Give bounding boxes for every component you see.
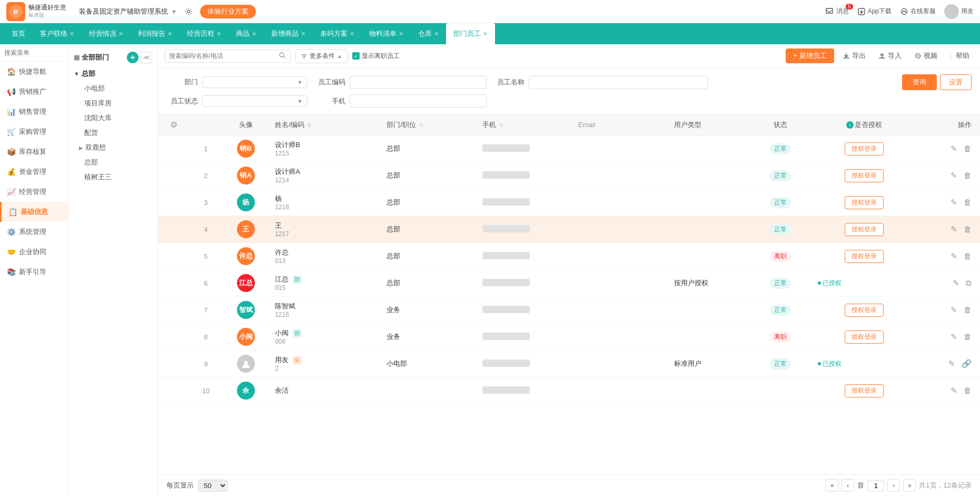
nav-tab-employees-close[interactable]: ✕ (483, 31, 488, 37)
nav-tab-history-close[interactable]: ✕ (216, 31, 221, 37)
copy-icon[interactable]: ⧉ (966, 278, 972, 287)
nav-tab-warehouse[interactable]: 仓库 ✕ (411, 23, 446, 44)
sidebar-item-finance[interactable]: 💰 资金管理 (0, 162, 68, 182)
nav-tab-profit-close[interactable]: ✕ (167, 31, 172, 37)
sidebar-item-inventory[interactable]: 📦 库存核算 (0, 142, 68, 162)
nav-tab-customer-close[interactable]: ✕ (70, 31, 74, 37)
show-dimission-wrap[interactable]: ✓ 显示离职员工 (352, 52, 400, 61)
view-btn[interactable]: 视频 (910, 49, 942, 63)
edit-icon[interactable]: ✎ (948, 359, 955, 368)
edit-icon[interactable]: ✎ (951, 144, 957, 153)
tree-node-small-elec[interactable]: 小电部 (68, 81, 157, 96)
edit-icon[interactable]: ✎ (951, 198, 957, 207)
emp-status-select[interactable]: ▼ (202, 95, 308, 107)
auth-button[interactable]: 授权登录 (845, 169, 884, 182)
name-sort-icon[interactable]: ⇅ (307, 122, 311, 128)
system-title-arrow[interactable]: ▼ (171, 8, 177, 15)
export-btn[interactable]: 导出 (838, 49, 870, 63)
app-download-item[interactable]: App下载 (857, 7, 892, 16)
nav-tab-employees[interactable]: 部门员工 ✕ (446, 23, 495, 44)
trial-button[interactable]: 体验行业方案 (200, 5, 256, 18)
emp-code-input[interactable] (350, 76, 487, 89)
tree-node-parent-root[interactable]: ▼ 总部 (68, 66, 157, 81)
nav-tab-bom[interactable]: 物料清单 ✕ (362, 23, 411, 44)
nav-tab-customer[interactable]: 客户联络 ✕ (33, 23, 82, 44)
message-item[interactable]: 消息 6 (825, 7, 849, 16)
edit-icon[interactable]: ✎ (951, 171, 957, 180)
auth-button[interactable]: 授权登录 (845, 196, 884, 209)
nav-tab-goods[interactable]: 商品 ✕ (229, 23, 264, 44)
page-number-input[interactable] (867, 480, 884, 491)
auth-button[interactable]: 授权登录 (845, 384, 884, 397)
delete-icon[interactable]: 🗑 (964, 386, 972, 395)
help-btn[interactable]: | 帮助 (946, 49, 974, 63)
auth-button[interactable]: 授权登录 (845, 330, 884, 344)
more-filter-btn[interactable]: 更多条件 ▲ (295, 49, 348, 63)
sidebar-item-purchase[interactable]: 🛒 采购管理 (0, 122, 68, 142)
nav-tab-barcode[interactable]: 条码方案 ✕ (313, 23, 362, 44)
delete-icon[interactable]: 🗑 (964, 251, 972, 260)
sidebar-item-mgmt[interactable]: 📈 经营管理 (0, 182, 68, 202)
edit-icon[interactable]: ✎ (951, 225, 957, 234)
prev-page-btn[interactable]: ‹ (842, 479, 854, 492)
nav-tab-profit[interactable]: 利润报告 ✕ (131, 23, 180, 44)
nav-tab-history[interactable]: 经营历程 ✕ (180, 23, 229, 44)
phone-sort-icon[interactable]: ⇅ (499, 122, 503, 128)
next-page-btn[interactable]: › (887, 479, 900, 492)
tree-node-project-store[interactable]: 项目库房 (68, 96, 157, 111)
query-button[interactable]: 查询 (902, 74, 937, 90)
tree-collapse-btn[interactable]: ≪ (141, 52, 152, 63)
edit-icon[interactable]: ✎ (951, 305, 957, 314)
sidebar-item-shortcut[interactable]: 🏠 快捷导航 (0, 62, 68, 82)
tree-node-shuanglu[interactable]: ▶ 双鹿想 (68, 140, 157, 155)
dept-sort-icon[interactable]: ⇅ (419, 122, 423, 128)
online-service-item[interactable]: 在线客服 (900, 7, 936, 16)
nav-tab-barcode-close[interactable]: ✕ (350, 31, 354, 37)
tree-node-shenyang[interactable]: 沈阳大库 (68, 111, 157, 125)
delete-icon[interactable]: 🗑 (964, 198, 972, 207)
auth-button[interactable]: 授权登录 (845, 250, 884, 263)
nav-tab-goods-close[interactable]: ✕ (252, 31, 256, 37)
import-btn[interactable]: 导入 (874, 49, 906, 63)
edit-icon[interactable]: ✎ (951, 332, 957, 341)
auth-button[interactable]: 授权登录 (845, 223, 884, 236)
first-page-btn[interactable]: « (826, 479, 838, 492)
delete-icon[interactable]: 🗑 (964, 332, 972, 341)
gear-button[interactable] (181, 4, 196, 19)
search-input[interactable] (169, 52, 276, 60)
nav-tab-addgoods-close[interactable]: ✕ (301, 31, 305, 37)
auth-button[interactable]: 授权登录 (845, 142, 884, 155)
per-page-select[interactable]: 50 20 100 (198, 480, 227, 492)
tree-node-distribution[interactable]: 配货 (68, 125, 157, 140)
nav-tab-operation[interactable]: 经营情况 ✕ (82, 23, 131, 44)
delete-icon[interactable]: 🗑 (964, 144, 972, 153)
edit-icon[interactable]: ✎ (951, 386, 957, 395)
tree-header-label[interactable]: ▦ 全部部门 (74, 53, 109, 62)
sidebar-item-system[interactable]: ⚙️ 系统管理 (0, 222, 68, 242)
edit-icon[interactable]: ✎ (951, 251, 957, 260)
tree-node-hq[interactable]: 总部 (68, 155, 157, 170)
nav-tab-warehouse-close[interactable]: ✕ (434, 31, 439, 37)
sidebar-search-input[interactable] (4, 49, 68, 56)
delete-icon[interactable]: 🗑 (964, 305, 972, 314)
last-page-btn[interactable]: » (903, 479, 916, 492)
user-menu[interactable]: 用友 (944, 4, 974, 19)
sidebar-item-marketing[interactable]: 📢 营销推广 (0, 82, 68, 102)
phone-input[interactable] (350, 94, 487, 108)
edit-icon[interactable]: ✎ (953, 278, 959, 287)
nav-tab-addgoods[interactable]: 新增商品 ✕ (264, 23, 313, 44)
tree-node-zhishu[interactable]: 植树王三 (68, 170, 157, 184)
add-employee-button[interactable]: + 新增员工 (786, 48, 834, 63)
set-button[interactable]: 设置 (940, 74, 972, 90)
settings-icon[interactable]: ⚙ (170, 120, 177, 129)
dept-select[interactable]: ▼ (202, 76, 308, 88)
nav-tab-home[interactable]: 首页 (4, 23, 33, 44)
delete-icon[interactable]: 🗑 (964, 171, 972, 180)
auth-button[interactable]: 授权登录 (845, 304, 884, 317)
emp-name-input[interactable] (529, 76, 708, 89)
sidebar-item-collab[interactable]: 🤝 企业协同 (0, 242, 68, 262)
delete-icon[interactable]: 🗑 (964, 225, 972, 234)
sidebar-item-basic[interactable]: 📋 基础信息 (0, 202, 68, 222)
sidebar-item-sales[interactable]: 📊 销售管理 (0, 102, 68, 122)
tree-add-btn[interactable] (127, 52, 138, 63)
